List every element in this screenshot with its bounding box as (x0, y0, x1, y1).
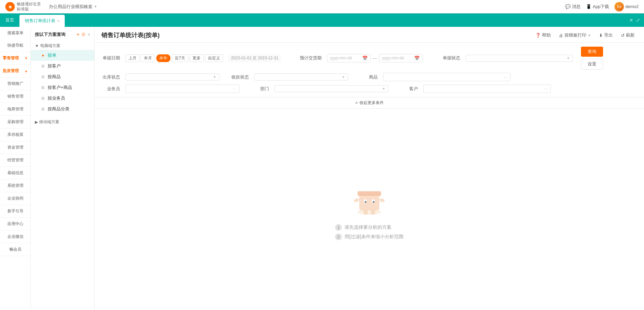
scheme-panel: 按以下方案查询 + ⊙ « ▼ 电脑端方案 ● 按单 ⊞ 按客户 (31, 27, 95, 310)
main-content: 销售订单统计表(按单) ❓ 帮助 🖨 按模板打印 ▼ ⬇ 导出 (95, 27, 644, 310)
sidebar-item-wholesale[interactable]: 批发管理 ▲ (0, 65, 31, 78)
sidebar-item-finance[interactable]: 资金管理 (0, 141, 31, 154)
tab-close-icon[interactable]: × (57, 19, 59, 23)
date-from-input[interactable]: yyyy-mm-dd 📅 (327, 54, 371, 62)
scheme-group-pc-title[interactable]: ▼ 电脑端方案 (31, 41, 94, 50)
sidebar-item-inventory[interactable]: 库存核算 (0, 128, 31, 141)
user-menu[interactable]: Ea demo2 (614, 2, 639, 11)
sidebar-item-purchase[interactable]: 采购管理 (0, 116, 31, 128)
sidebar-appstore-label: 应用中心 (7, 221, 23, 227)
refresh-icon: ↺ (621, 33, 625, 38)
scheme-panel-header: 按以下方案查询 + ⊙ « (31, 30, 94, 40)
query-button[interactable]: 查询 (581, 47, 603, 57)
empty-state: 1 请先选择要分析的方案 2 用[过滤]条件来缩小分析范围 (95, 109, 644, 310)
date-to-input[interactable]: yyyy-mm-dd 📅 (379, 54, 423, 62)
chevron-down-icon: ▼ (94, 5, 97, 8)
action-buttons: 查询 设置 (581, 47, 603, 69)
scheme-item-by-order[interactable]: ● 按单 (31, 50, 94, 61)
app-selector[interactable]: 办公用品行业模拟账套 ▼ (49, 4, 97, 10)
sidebar-item-retail[interactable]: 零售管理 ▼ (0, 52, 31, 65)
print-icon: 🖨 (559, 33, 563, 38)
settings-button[interactable]: 设置 (581, 59, 603, 69)
scheme-item-by-goods[interactable]: ⊞ 按商品 (31, 71, 94, 82)
date-btn-lastmonth[interactable]: 上月 (125, 54, 140, 62)
date-btn-thismonth[interactable]: 本月 (141, 54, 155, 62)
sidebar-basic-label: 基础信息 (7, 170, 23, 176)
sidebar-item-basic[interactable]: 基础信息 (0, 167, 31, 179)
delivery-status-select[interactable]: ▼ (125, 73, 219, 81)
scheme-add-icon[interactable]: + (76, 32, 79, 38)
date-btn-more[interactable]: 更多 (190, 54, 204, 62)
empty-illustration (349, 178, 389, 219)
scheme-item-by-category[interactable]: ⊞ 按商品分类 (31, 104, 94, 114)
scheme-group-pc-label: 电脑端方案 (40, 43, 60, 49)
scheme-item-by-salesperson[interactable]: ⊞ 按业务员 (31, 93, 94, 104)
sidebar-item-marketing[interactable]: 营销推广 (0, 78, 31, 90)
sidebar-sales-label: 销售管理 (7, 94, 23, 99)
svg-point-8 (373, 201, 375, 203)
quick-nav-label: 快捷导航 (7, 43, 23, 48)
payment-status-select[interactable]: ▼ (254, 73, 348, 81)
date-shortcuts: 上月 本月 本年 近7天 更多 自定义 (125, 54, 223, 62)
sidebar-item-member[interactable]: 畅会员 (0, 243, 31, 256)
help-label: 帮助 (542, 32, 551, 38)
date-btn-7days[interactable]: 近7天 (172, 54, 188, 62)
app-download-button[interactable]: 📱 App下载 (586, 4, 609, 10)
scheme-group-mobile-title[interactable]: ▶ 移动端方案 (31, 117, 94, 126)
export-button[interactable]: ⬇ 导出 (596, 31, 615, 40)
message-button[interactable]: 💬 消息 (565, 4, 581, 10)
sidebar-item-operations[interactable]: 经营管理 (0, 154, 31, 167)
hint-num-2: 2 (335, 234, 342, 240)
sidebar-item-appstore[interactable]: 应用中心 (0, 218, 31, 230)
collapse-bar[interactable]: ∧ 收起更多条件 (95, 97, 644, 109)
goods-input[interactable]: ··· (383, 73, 511, 81)
scheme-item-goods-icon: ⊞ (40, 74, 46, 80)
scheme-collapse-icon[interactable]: « (88, 32, 90, 38)
sidebar-item-newuser[interactable]: 新手引导 (0, 205, 31, 218)
scheme-panel-actions: + ⊙ « (76, 32, 90, 38)
sidebar-item-sales[interactable]: 销售管理 (0, 90, 31, 103)
status-select[interactable]: ▼ (466, 55, 573, 62)
wholesale-arrow-icon: ▲ (24, 69, 28, 73)
predicted-date-label: 预计交货期 (300, 55, 322, 61)
help-button[interactable]: ❓ 帮助 (533, 31, 553, 40)
svg-rect-11 (364, 209, 368, 215)
scheme-settings-icon[interactable]: ⊙ (82, 32, 86, 38)
salesperson-input[interactable]: ··· (125, 85, 239, 93)
scheme-item-by-category-label: 按商品分类 (48, 106, 69, 112)
sidebar-search-menu[interactable]: 搜索菜单 (0, 27, 31, 39)
sidebar-wechat-label: 企业微信 (7, 234, 23, 240)
sidebar-quick-nav[interactable]: 快捷导航 (0, 39, 31, 52)
customer-placeholder: ··· (544, 86, 548, 91)
tab-sales-order[interactable]: 销售订单统计表 × (19, 15, 65, 27)
refresh-button[interactable]: ↺ 刷新 (618, 31, 637, 40)
tab-maximize-icon[interactable]: ⤢ (636, 17, 640, 23)
customer-input[interactable]: ··· (423, 85, 551, 93)
sidebar-item-enterprise[interactable]: 企业协同 (0, 192, 31, 205)
filter-area: 单据日期 上月 本月 本年 近7天 更多 自定义 2023-01-01 至 20… (95, 43, 644, 97)
date-range-text: 2023-01-01 至 2023-12-31 (228, 54, 281, 62)
calendar-from-icon: 📅 (362, 56, 368, 61)
help-icon: ❓ (535, 33, 541, 38)
date-btn-custom[interactable]: 自定义 (205, 54, 223, 62)
content-area: 按以下方案查询 + ⊙ « ▼ 电脑端方案 ● 按单 ⊞ 按客户 (31, 27, 644, 310)
department-select[interactable]: ▼ (274, 85, 388, 92)
sidebar-retail-label: 零售管理 (3, 55, 19, 61)
scheme-item-by-salesperson-label: 按业务员 (48, 95, 65, 101)
top-bar-left: 畅 畅捷通好生意 标准版 办公用品行业模拟账套 ▼ (5, 2, 97, 11)
salesperson-label: 业务员 (101, 86, 120, 92)
tab-close-window-icon[interactable]: ✕ (629, 17, 633, 23)
scheme-item-by-customer[interactable]: ⊞ 按客户 (31, 61, 94, 71)
sidebar-item-wechat[interactable]: 企业微信 (0, 230, 31, 243)
empty-hint-2-text: 用[过滤]条件来缩小分析范围 (344, 234, 404, 240)
scheme-group-mobile-expand-icon: ▶ (35, 120, 38, 124)
sidebar-member-label: 畅会员 (9, 247, 21, 252)
sidebar-item-system[interactable]: 系统管理 (0, 179, 31, 192)
sidebar-item-ecommerce[interactable]: 电商管理 (0, 103, 31, 116)
tab-home[interactable]: 首页 (0, 13, 19, 27)
filter-row-2: 出库状态 ▼ 收款状态 ▼ 商品 ··· (101, 73, 637, 81)
scheme-item-by-customer-goods[interactable]: ⊞ 按客户+商品 (31, 82, 94, 93)
calendar-to-icon: 📅 (414, 56, 420, 61)
date-btn-thisyear[interactable]: 本年 (156, 54, 170, 62)
template-print-button[interactable]: 🖨 按模板打印 ▼ (556, 31, 594, 40)
